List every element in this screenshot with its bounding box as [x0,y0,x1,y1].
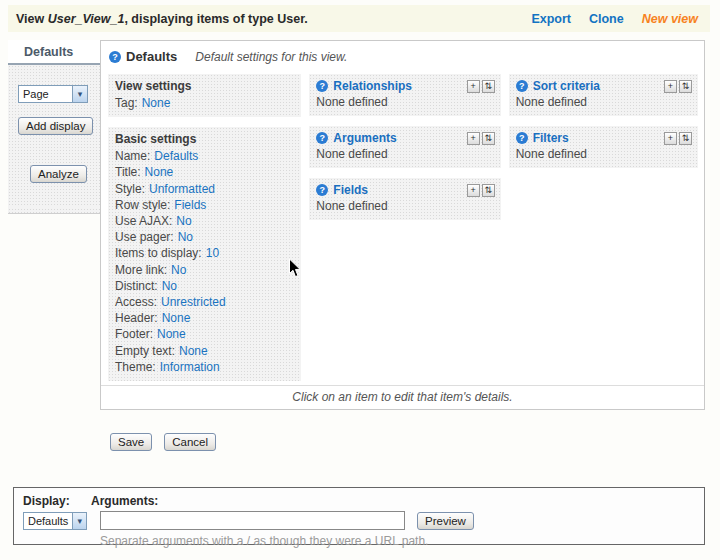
setting-row: More link:No [115,262,295,278]
setting-row: Tag:None [115,95,295,111]
arguments-input[interactable] [100,511,405,530]
setting-value-link[interactable]: None [162,311,191,325]
sidebar-body: Page ▾ Add display Analyze [8,65,100,207]
chevron-down-icon: ▾ [72,86,87,102]
setting-label: Distinct: [115,279,158,293]
sort-criteria-title-link[interactable]: Sort criteria [533,79,600,93]
help-icon[interactable]: ? [316,80,328,92]
setting-value-link[interactable]: No [176,214,191,228]
view-settings-box: View settings Tag:None [108,74,301,117]
arguments-title-link[interactable]: Arguments [333,131,396,145]
view-edit-panel: ? Defaults Default settings for this vie… [100,40,705,410]
export-link[interactable]: Export [531,12,571,26]
setting-value-link[interactable]: Unrestricted [161,295,226,309]
setting-value-link[interactable]: 10 [206,246,219,260]
view-settings-title: View settings [115,79,191,93]
setting-row: Distinct:No [115,278,295,294]
add-icon[interactable]: + [467,80,480,93]
basic-settings-box: Basic settings Name:Defaults Title:None … [108,127,301,381]
empty-text: None defined [316,199,494,214]
display-type-select-value: Page [19,86,72,102]
panel-header: ? Defaults Default settings for this vie… [101,41,704,70]
new-view-link[interactable]: New view [642,12,698,26]
setting-value-link[interactable]: No [178,230,193,244]
add-icon[interactable]: + [664,80,677,93]
setting-label: More link: [115,263,167,277]
help-icon[interactable]: ? [316,132,328,144]
relationships-title-link[interactable]: Relationships [333,79,412,93]
display-type-select[interactable]: Page ▾ [18,85,88,103]
setting-label: Tag: [115,96,138,110]
setting-label: Theme: [115,360,156,374]
setting-row: Footer:None [115,326,295,342]
help-icon[interactable]: ? [516,132,528,144]
rearrange-icon[interactable]: ⇅ [679,80,692,93]
setting-label: Footer: [115,327,153,341]
save-button[interactable]: Save [110,433,152,451]
setting-row: Use pager:No [115,229,295,245]
panel-footer-note: Click on an item to edit that item's det… [101,385,704,409]
preview-panel: Display: Arguments: Defaults ▾ Preview S… [13,487,705,545]
rearrange-icon[interactable]: ⇅ [679,132,692,145]
help-icon[interactable]: ? [109,51,121,63]
setting-label: Style: [115,182,145,196]
setting-value-link[interactable]: None [157,327,186,341]
title-suffix: , displaying items of type User. [124,12,307,26]
header-links: Export Clone New view [531,12,698,26]
setting-row: Items to display:10 [115,245,295,261]
fields-title-link[interactable]: Fields [333,183,368,197]
rearrange-icon[interactable]: ⇅ [482,132,495,145]
setting-label: Use pager: [115,230,174,244]
display-sidebar: Defaults Page ▾ Add display Analyze [8,40,100,214]
fields-box: ? Fields + ⇅ None defined [309,178,500,220]
arguments-help-text: Separate arguments with a / as though th… [100,534,704,548]
display-label: Display: [23,494,91,508]
add-icon[interactable]: + [467,132,480,145]
form-actions: Save Cancel [110,433,216,451]
preview-display-select[interactable]: Defaults ▾ [23,512,87,530]
empty-text: None defined [316,95,494,110]
setting-row: Theme:Information [115,359,295,375]
help-icon[interactable]: ? [516,80,528,92]
add-display-button[interactable]: Add display [18,117,93,135]
setting-value-link[interactable]: Unformatted [149,182,215,196]
setting-value-link[interactable]: No [162,279,177,293]
cancel-button[interactable]: Cancel [164,433,216,451]
setting-row: Style:Unformatted [115,181,295,197]
basic-settings-title: Basic settings [115,132,196,146]
setting-value-link[interactable]: None [179,344,208,358]
filters-box: ? Filters + ⇅ None defined [509,126,698,168]
page-title: View User_View_1, displaying items of ty… [16,12,531,26]
setting-value-link[interactable]: No [171,263,186,277]
add-icon[interactable]: + [664,132,677,145]
analyze-button[interactable]: Analyze [30,165,87,183]
empty-text: None defined [316,147,494,162]
arguments-label: Arguments: [91,494,158,508]
column-2: ? Relationships + ⇅ None defined ? Argum… [309,74,500,220]
setting-label: Name: [115,149,150,163]
help-icon[interactable]: ? [316,184,328,196]
panel-title: Defaults [126,49,177,64]
filters-title-link[interactable]: Filters [533,131,569,145]
setting-value-link[interactable]: None [142,96,171,110]
tab-defaults[interactable]: Defaults [8,40,100,65]
setting-label: Use AJAX: [115,214,172,228]
title-prefix: View [16,12,48,26]
add-icon[interactable]: + [467,184,480,197]
setting-row: Header:None [115,310,295,326]
setting-row: Use AJAX:No [115,213,295,229]
setting-value-link[interactable]: Defaults [154,149,198,163]
setting-value-link[interactable]: None [145,165,174,179]
setting-row: Row style:Fields [115,197,295,213]
rearrange-icon[interactable]: ⇅ [482,184,495,197]
rearrange-icon[interactable]: ⇅ [482,80,495,93]
panel-subtitle: Default settings for this view. [195,50,347,64]
clone-link[interactable]: Clone [589,12,624,26]
setting-row: Title:None [115,164,295,180]
setting-value-link[interactable]: Information [160,360,220,374]
view-name: User_View_1 [48,12,125,26]
sort-criteria-box: ? Sort criteria + ⇅ None defined [509,74,698,116]
setting-value-link[interactable]: Fields [174,198,206,212]
preview-display-select-value: Defaults [24,513,72,529]
preview-button[interactable]: Preview [417,512,474,530]
